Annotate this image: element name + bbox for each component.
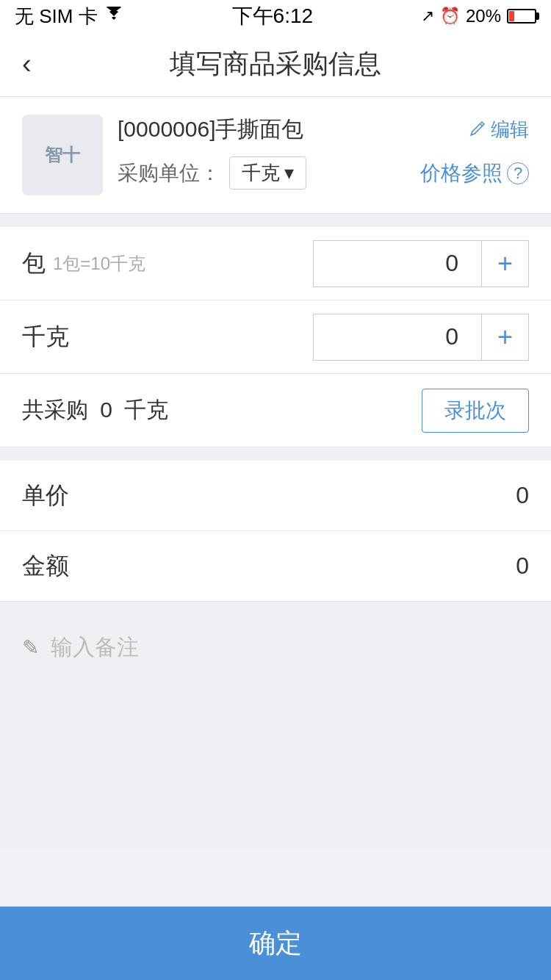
batch-button-wrapper: 录批次	[422, 389, 529, 433]
edit-label: 编辑	[491, 117, 529, 143]
unit-label: 采购单位：	[118, 159, 220, 187]
status-right: ↗ ⏰ 20%	[421, 6, 536, 26]
amount-value: 0	[516, 552, 529, 580]
pencil-icon: ✎	[22, 635, 39, 660]
product-id: [0000006]	[118, 117, 215, 141]
bag-label-text: 包	[22, 248, 46, 280]
status-left: 无 SIM 卡	[15, 4, 124, 29]
status-time: 下午6:12	[232, 2, 314, 30]
bag-sublabel: 1包=10千克	[53, 252, 145, 275]
kg-label: 千克	[22, 321, 69, 353]
confirm-label: 确定	[249, 926, 302, 962]
bag-label: 包 1包=10千克	[22, 248, 145, 280]
edit-button[interactable]: 编辑	[469, 117, 529, 143]
bag-plus-button[interactable]: +	[482, 240, 529, 287]
unit-price-label: 单价	[22, 480, 69, 512]
bag-input-row: 包 1包=10千克 +	[0, 227, 551, 300]
product-image: 智十	[22, 115, 103, 195]
kg-plus-button[interactable]: +	[482, 314, 529, 361]
product-name-row: [0000006]手撕面包 编辑	[118, 115, 529, 145]
unit-select[interactable]: 千克 ▾	[229, 156, 306, 190]
unit-value: 千克	[242, 160, 280, 186]
product-card: 智十 [0000006]手撕面包 编辑 采购单位： 千克 ▾	[0, 97, 551, 214]
confirm-bar[interactable]: 确定	[0, 907, 551, 980]
batch-button[interactable]: 录批次	[422, 389, 529, 433]
wifi-icon	[104, 5, 124, 28]
summary-text: 共采购 0 千克	[22, 395, 168, 425]
battery-percent: 20%	[466, 6, 501, 26]
price-section: 单价 0 金额 0	[0, 461, 551, 602]
summary-amount: 0	[100, 397, 112, 422]
battery-icon	[507, 9, 536, 24]
nav-bar: ‹ 填写商品采购信息	[0, 32, 551, 97]
product-title: 手撕面包	[215, 117, 303, 141]
kg-input-row: 千克 +	[0, 300, 551, 374]
kg-label-text: 千克	[22, 321, 69, 353]
product-unit-row: 采购单位： 千克 ▾ 价格参照 ?	[118, 156, 529, 190]
quantity-section: 包 1包=10千克 + 千克 + 共采购 0 千克	[0, 227, 551, 447]
amount-row: 金额 0	[0, 531, 551, 602]
kg-quantity-input[interactable]	[313, 314, 482, 361]
unit-price-row: 单价 0	[0, 461, 551, 531]
location-icon: ↗	[421, 7, 434, 26]
product-info: [0000006]手撕面包 编辑 采购单位： 千克 ▾ 价格参照 ?	[118, 115, 529, 190]
dropdown-icon: ▾	[284, 162, 294, 184]
price-ref-label: 价格参照	[420, 159, 503, 187]
amount-label: 金额	[22, 550, 69, 583]
price-ref-button[interactable]: 价格参照 ?	[420, 159, 529, 187]
bag-input-right: +	[313, 240, 529, 287]
product-image-text: 智十	[45, 143, 80, 167]
alarm-icon: ⏰	[440, 7, 460, 26]
section-divider-1	[0, 214, 551, 227]
notes-placeholder: 输入备注	[51, 633, 139, 663]
summary-unit: 千克	[124, 397, 168, 422]
back-button[interactable]: ‹	[15, 41, 39, 87]
product-name: [0000006]手撕面包	[118, 115, 303, 145]
bottom-spacer	[0, 703, 551, 850]
status-bar: 无 SIM 卡 下午6:12 ↗ ⏰ 20%	[0, 0, 551, 32]
kg-input-right: +	[313, 314, 529, 361]
summary-row: 共采购 0 千克 录批次	[0, 374, 551, 447]
section-divider-3	[0, 602, 551, 615]
bag-quantity-input[interactable]	[313, 240, 482, 287]
section-divider-2	[0, 447, 551, 461]
no-sim-text: 无 SIM 卡	[15, 4, 98, 29]
summary-label: 共采购	[22, 397, 88, 422]
page-title: 填写商品采购信息	[170, 46, 381, 82]
unit-price-value: 0	[516, 482, 529, 509]
notes-section[interactable]: ✎ 输入备注	[0, 615, 551, 703]
price-ref-icon: ?	[507, 162, 529, 184]
